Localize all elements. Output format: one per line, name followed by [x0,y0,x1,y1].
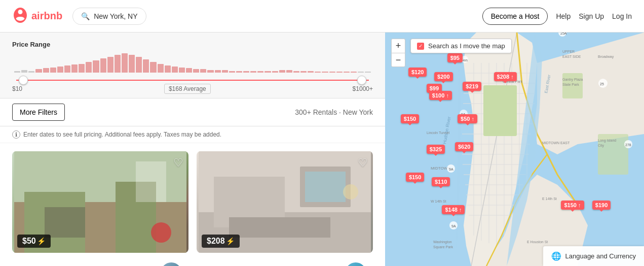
listing-card-2[interactable]: ♡ $208 ⚡ Dreamy Apartment 59th/3rd! [197,151,373,266]
map-container[interactable]: Hudson River East River Central Park Gan… [385,32,644,266]
zoom-out-button[interactable]: − [391,53,405,67]
histogram-bar [250,71,256,73]
wishlist-button-2[interactable]: ♡ [358,156,368,170]
airbnb-logo-icon [12,7,28,25]
histogram-bar [344,72,350,73]
language-currency-button[interactable]: 🌐 Language and Currency [543,246,645,266]
histogram-bar [300,71,307,73]
listings-grid: ♡ $50 ⚡ Private bed, Big room with 3 bed… [0,143,385,266]
map-price-pin-p7[interactable]: $208 ↑ [494,72,517,81]
map-price-pin-p9[interactable]: $50 ↑ [458,114,477,123]
histogram-bar [243,71,249,73]
histogram-bar [365,72,371,73]
histogram-bar [236,71,242,73]
histogram-bar [115,55,121,73]
search-location-text: New York, NY [94,12,137,20]
svg-point-5 [151,222,171,243]
svg-point-14 [343,184,358,200]
histogram-bar [200,69,206,73]
histogram-bar [129,55,135,73]
svg-text:E 14th St: E 14th St [542,197,557,201]
listing-image-1: ♡ $50 ⚡ [12,151,188,253]
lightning-icon-1: ⚡ [37,237,46,245]
map-price-pin-p13[interactable]: $110 [432,177,450,186]
search-as-move-control[interactable]: ✓ Search as I move the map [410,39,512,53]
pricing-notice: ℹ Enter dates to see full pricing. Addit… [0,126,385,143]
listing-image-2: ♡ $208 ⚡ [197,151,373,253]
more-filters-button[interactable]: More Filters [12,104,65,121]
histogram-bar [86,62,92,73]
price-badge-1: $50 ⚡ [17,235,51,248]
histogram-bar [64,65,70,73]
map-price-pin-p5[interactable]: $100 ↑ [429,91,452,100]
header: airbnb 🔍 New York, NY Become a Host Help… [0,0,644,32]
histogram-bar [279,70,285,73]
histogram-bar [336,72,343,73]
map-price-pin-p1[interactable]: $95 [447,53,463,62]
search-bar[interactable]: 🔍 New York, NY [72,8,146,25]
price-badge-2: $208 ⚡ [202,235,240,248]
histogram-bar [143,59,149,73]
svg-text:Square Park: Square Park [433,245,453,249]
histogram-bar [158,64,164,73]
svg-text:Washington: Washington [433,240,452,244]
svg-text:25A: 25A [560,32,567,35]
wishlist-button-1[interactable]: ♡ [173,156,183,170]
histogram-bar [14,71,20,73]
histogram-bar [193,69,199,73]
listing-card-1[interactable]: ♡ $50 ⚡ Private bed, Big room with 3 bed… [12,151,188,266]
zoom-in-button[interactable]: + [391,39,405,53]
histogram-bar [358,72,364,73]
login-link[interactable]: Log In [612,12,632,20]
histogram-bar [100,58,106,73]
map-price-pin-p2[interactable]: $120 [408,68,427,77]
price-range-section: Price Range $10 $168 Average $1000+ [0,32,385,98]
map-price-pin-p8[interactable]: $150 [401,114,419,123]
map-price-pin-p3[interactable]: $200 [434,72,452,81]
svg-text:UPPER: UPPER [562,50,575,53]
help-link[interactable]: Help [556,12,571,20]
range-max-label: $1000+ [353,85,373,92]
map-price-pin-p6[interactable]: $219 [463,82,481,91]
map-price-pin-p11[interactable]: $620 [455,142,473,151]
histogram-container [12,52,373,78]
svg-text:495: 495 [463,59,468,62]
histogram-bar [286,70,292,73]
range-labels: $10 $168 Average $1000+ [12,84,373,94]
histogram-bar [257,71,263,73]
pricing-notice-text: Enter dates to see full pricing. Additio… [23,131,221,138]
map-controls: + − [391,39,405,67]
signup-link[interactable]: Sign Up [579,12,604,20]
become-host-button[interactable]: Become a Host [482,8,548,25]
histogram-bar [107,57,113,73]
search-as-move-label: Search as I move the map [428,42,505,50]
svg-text:City: City [598,144,604,148]
map-panel[interactable]: Hudson River East River Central Park Gan… [385,32,644,266]
histogram-bar [351,72,357,73]
search-icon: 🔍 [81,12,90,20]
map-price-pin-p10[interactable]: $325 [427,145,445,154]
histogram-bar [329,72,335,73]
search-as-move-checkbox[interactable]: ✓ [417,43,424,50]
price-value-2: $208 [207,237,225,246]
svg-rect-41 [483,85,517,136]
logo-area[interactable]: airbnb [12,7,62,25]
svg-rect-4 [136,161,166,202]
range-slider[interactable] [12,80,373,81]
range-thumb-left[interactable] [19,76,28,85]
language-currency-label: Language and Currency [565,252,636,260]
svg-text:EAST SIDE: EAST SIDE [562,55,581,58]
histogram-bar [229,71,235,73]
histogram-bar [179,68,185,73]
lightning-icon-2: ⚡ [226,237,235,245]
svg-text:State Park: State Park [562,83,579,86]
range-thumb-right[interactable] [357,76,366,85]
map-price-pin-p12[interactable]: $150 [406,173,424,182]
header-right: Become a Host Help Sign Up Log In [482,8,632,25]
svg-rect-6 [45,207,85,238]
map-price-pin-p16[interactable]: $190 [592,201,611,210]
map-price-pin-p15[interactable]: $150 ↑ [561,201,584,210]
svg-rect-12 [305,172,346,202]
map-price-pin-p14[interactable]: $148 ↑ [442,205,465,214]
svg-rect-13 [229,217,330,238]
